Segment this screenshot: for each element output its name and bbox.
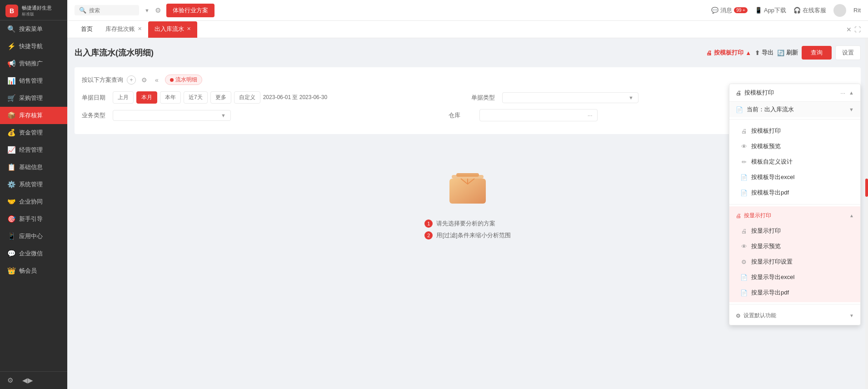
date-btn-last-month[interactable]: 上月 [113,91,134,104]
wechat-icon: 💬 [7,249,15,258]
tab-batch[interactable]: 库存批次账 ✕ [99,21,148,38]
search-icon: 🔍 [79,7,86,14]
template-export-pdf-item[interactable]: 📄 按模板导出pdf [729,185,860,200]
template-preview-item[interactable]: 👁 按模板预览 [729,139,860,154]
display-preview-item[interactable]: 👁 按显示预览 [729,239,860,254]
sidebar-item-member[interactable]: 👑畅会员 [0,262,67,279]
print-icon: 🖨 [706,50,712,56]
topbar-search-box[interactable]: 🔍 [75,5,139,15]
default-settings-header[interactable]: ⚙ 设置默认功能 ▼ [729,308,860,323]
industry-solution-button[interactable]: 体验行业方案 [166,4,215,17]
sidebar-item-basic-info[interactable]: 📋基础信息 [0,159,67,176]
sidebar: B 畅捷通好生意 标准版 🔍搜索菜单⚡快捷导航📢营销推广📊销售管理🛒采购管理📦库… [0,0,67,389]
empty-illustration [445,167,490,212]
add-condition-button[interactable]: + [127,75,136,85]
operations-icon: 📈 [7,146,15,154]
scrollbar-thumb [865,179,868,197]
template-custom-item[interactable]: ✏ 模板自定义设计 [729,154,860,170]
sidebar-item-inventory[interactable]: 📦库存核算 [0,107,67,124]
warehouse-select[interactable]: ··· [479,109,598,121]
sales-icon: 📊 [7,77,15,85]
message-badge: 99 + [734,7,748,13]
search-input[interactable] [89,7,135,14]
online-service-button[interactable]: 🎧 在线客服 [793,6,826,15]
display-print-section: 🖨 按显示打印 ▲ 🖨 按显示打印 👁 按显示预览 ⚙ 按显示打印设置 [729,206,860,302]
sidebar-label-basic-info: 基础信息 [19,163,43,171]
user-name: Rit [853,7,861,14]
purchase-icon: 🛒 [7,94,15,102]
sidebar-item-search-menu[interactable]: 🔍搜索菜单 [0,20,67,38]
collapse-conditions-icon[interactable]: « [152,75,161,85]
current-template-arrow: ▼ [849,107,854,112]
type-select[interactable]: ▼ [502,92,639,103]
date-btn-7days[interactable]: 近7天 [184,91,208,104]
template-print-item[interactable]: 🖨 按模板打印 [729,123,860,139]
query-button[interactable]: 查询 [802,46,832,60]
flow-detail-tag[interactable]: 流水明细 [165,75,202,85]
scrollbar-vertical[interactable] [865,38,868,389]
date-btn-more[interactable]: 更多 [210,91,231,104]
sidebar-label-sales: 销售管理 [19,77,43,85]
cooperation-icon: 🤝 [7,198,15,206]
sidebar-label-wechat: 企业微信 [19,249,43,258]
tab-expand-icon[interactable]: ⛶ [854,26,861,33]
template-print-button[interactable]: 🖨 按模板打印 ▲ [706,49,751,57]
topbar-settings-icon[interactable]: ⚙ [155,6,161,15]
display-print-section-header[interactable]: 🖨 按显示打印 ▲ [729,208,860,223]
current-template-item[interactable]: 📄 当前：出入库流水 ▼ [729,102,860,117]
user-avatar[interactable] [833,4,846,17]
tab-batch-close[interactable]: ✕ [138,26,142,32]
condition-settings-icon[interactable]: ⚙ [140,75,149,85]
export-icon: ⬆ [755,50,760,56]
empty-hint-1: 1 请先选择要分析的方案 [424,219,510,228]
sidebar-item-system[interactable]: ⚙️系统管理 [0,176,67,193]
display-preview-icon: 👁 [740,243,748,250]
business-select-arrow: ▼ [221,113,226,118]
sidebar-item-sales[interactable]: 📊销售管理 [0,72,67,90]
sidebar-label-app-center: 应用中心 [19,232,43,240]
sidebar-item-quick-nav[interactable]: ⚡快捷导航 [0,38,67,55]
sidebar-item-guide[interactable]: 🎯新手引导 [0,210,67,228]
dropdown-more-icon[interactable]: ··· [840,90,845,96]
sidebar-item-marketing[interactable]: 📢营销推广 [0,55,67,72]
settings-button[interactable]: 设置 [835,45,861,60]
sidebar-item-purchase[interactable]: 🛒采购管理 [0,90,67,107]
message-button[interactable]: 💬 消息 99 + [711,6,748,15]
sidebar-label-purchase: 采购管理 [19,94,43,102]
sidebar-item-finance[interactable]: 💰资金管理 [0,124,67,141]
display-print-settings-item[interactable]: ⚙ 按显示打印设置 [729,254,860,269]
sidebar-label-finance: 资金管理 [19,129,43,137]
business-type-select[interactable]: ▼ [113,110,231,121]
date-btn-custom[interactable]: 自定义 [234,91,260,104]
sidebar-item-app-center[interactable]: 📱应用中心 [0,228,67,245]
sidebar-label-inventory: 库存核算 [19,111,43,120]
business-type-label: 业务类型 [82,111,109,120]
toggle-sidebar-icon[interactable]: ◀▶ [22,376,33,384]
custom-item-icon: ✏ [740,158,748,165]
app-download-button[interactable]: 📱 App下载 [755,6,786,15]
tab-home[interactable]: 首页 [75,21,99,38]
settings-bottom-icon[interactable]: ⚙ [7,376,13,384]
tab-close-all-icon[interactable]: ✕ [846,26,852,33]
pdf-item-icon: 📄 [740,189,748,196]
dropdown-divider-3 [729,304,860,304]
refresh-button[interactable]: 🔄 刷新 [777,49,798,57]
tab-flow-close[interactable]: ✕ [187,26,191,32]
sidebar-item-wechat[interactable]: 💬企业微信 [0,245,67,262]
topbar-dropdown-icon[interactable]: ▼ [145,8,150,13]
guide-icon: 🎯 [7,215,15,223]
system-icon: ⚙️ [7,180,15,189]
sidebar-item-operations[interactable]: 📈经营管理 [0,141,67,159]
tab-flow[interactable]: 出入库流水 ✕ [148,21,197,38]
dropdown-collapse-icon[interactable]: ▲ [849,90,854,95]
export-button[interactable]: ⬆ 导出 [755,49,773,57]
template-export-excel-item[interactable]: 📄 按模板导出excel [729,170,860,185]
sidebar-item-cooperation[interactable]: 🤝企业协同 [0,193,67,210]
display-export-pdf-item[interactable]: 📄 按显示导出pdf [729,285,860,300]
display-export-excel-item[interactable]: 📄 按显示导出excel [729,269,860,285]
date-label: 单据日期 [82,94,109,102]
display-print-item[interactable]: 🖨 按显示打印 [729,223,860,239]
display-section-arrow: ▲ [849,213,854,218]
date-btn-current-month[interactable]: 本月 [136,91,157,104]
date-btn-current-year[interactable]: 本年 [160,91,181,104]
